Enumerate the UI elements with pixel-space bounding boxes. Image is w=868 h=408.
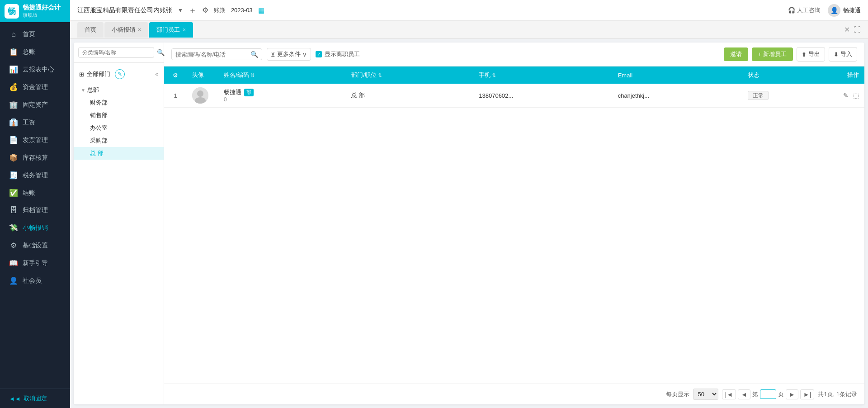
row-avatar-1 bbox=[187, 84, 218, 108]
app-logo-icon: 畅 bbox=[5, 4, 19, 19]
grid-icon: ⊞ bbox=[79, 71, 84, 78]
sidebar-item-salary[interactable]: 👔 工资 bbox=[0, 114, 70, 131]
sidebar-item-tax-label: 税务管理 bbox=[23, 171, 48, 180]
tab-expense[interactable]: 小畅报销 × bbox=[104, 22, 148, 38]
next-page-button[interactable]: ► bbox=[786, 389, 798, 399]
sidebar-item-report-label: 云报表中心 bbox=[23, 66, 54, 74]
sidebar-item-archive[interactable]: 🗄 归档管理 bbox=[0, 202, 70, 219]
pagination: 每页显示 50 100 200 |◄ ◄ 第 1 页 ► ►| 共1页, 1条记… bbox=[164, 384, 864, 404]
sidebar-item-invoice[interactable]: 📄 发票管理 bbox=[0, 131, 70, 149]
col-settings[interactable]: ⚙ bbox=[164, 66, 187, 84]
sidebar-item-tax[interactable]: 🧾 税务管理 bbox=[0, 166, 70, 184]
dept-child-office[interactable]: 办公室 bbox=[74, 122, 164, 134]
company-dropdown-icon[interactable]: ▼ bbox=[178, 7, 183, 14]
search-icon[interactable]: 🔍 bbox=[250, 51, 258, 58]
sidebar-item-closing[interactable]: ✅ 结账 bbox=[0, 184, 70, 202]
employee-panel: 🔍 ⊻ 更多条件 ∨ ✓ 显示离职员工 邀请 + 新增员工 ⬆ 导出 bbox=[164, 43, 864, 404]
last-page-button[interactable]: ►| bbox=[800, 389, 815, 399]
user-menu[interactable]: 👤 畅捷通 bbox=[828, 4, 861, 17]
toolbar-actions: 邀请 + 新增员工 ⬆ 导出 ⬇ 导入 bbox=[724, 47, 857, 62]
tab-expense-label: 小畅报销 bbox=[112, 26, 135, 34]
prev-page-button[interactable]: ◄ bbox=[738, 389, 750, 399]
filter-icon: ⊻ bbox=[271, 51, 275, 58]
expand-arrow-icon: ▼ bbox=[81, 88, 85, 93]
cancel-fixed-button[interactable]: ◄◄ 取消固定 bbox=[0, 389, 70, 408]
closing-icon: ✅ bbox=[9, 189, 18, 197]
dept-search-input[interactable] bbox=[78, 47, 154, 58]
dept-edit-icon[interactable]: ✎ bbox=[115, 69, 125, 79]
sidebar-item-fund-label: 资金管理 bbox=[23, 83, 48, 91]
logout-employee-icon[interactable]: ⬚ bbox=[853, 92, 859, 99]
sidebar-nav: ⌂ 首页 📋 总账 📊 云报表中心 💰 资金管理 🏢 固定资产 👔 工资 📄 发… bbox=[0, 22, 70, 389]
export-button[interactable]: ⬆ 导出 bbox=[797, 47, 825, 62]
sidebar-item-guide[interactable]: 📖 新手引导 bbox=[0, 254, 70, 272]
sidebar-item-fund-mgmt[interactable]: 💰 资金管理 bbox=[0, 78, 70, 96]
tab-expense-close[interactable]: × bbox=[138, 27, 141, 33]
inventory-icon: 📦 bbox=[9, 153, 18, 162]
col-phone[interactable]: 手机 bbox=[473, 66, 612, 84]
maximize-icon[interactable]: ⛶ bbox=[854, 26, 861, 34]
sidebar-item-settings[interactable]: ⚙ 基础设置 bbox=[0, 237, 70, 254]
sidebar-item-expense[interactable]: 💸 小畅报销 bbox=[0, 219, 70, 237]
per-page-select[interactable]: 50 100 200 bbox=[693, 389, 718, 400]
row-action-1: ✎ ⬚ bbox=[810, 84, 864, 108]
sidebar-item-home[interactable]: ⌂ 首页 bbox=[0, 26, 70, 43]
company-settings-icon[interactable]: ⚙ bbox=[202, 6, 208, 14]
dept-child-sales[interactable]: 销售部 bbox=[74, 109, 164, 122]
salary-icon: 👔 bbox=[9, 118, 18, 127]
import-button[interactable]: ⬇ 导入 bbox=[829, 47, 857, 62]
show-resigned-checkbox[interactable]: ✓ 显示离职员工 bbox=[316, 50, 360, 58]
row-name-1: 畅捷通 部 0 bbox=[218, 84, 346, 108]
sidebar: 畅 畅捷通好会计 旗舰版 ⌂ 首页 📋 总账 📊 云报表中心 💰 资金管理 🏢 … bbox=[0, 0, 70, 408]
dept-collapse-icon[interactable]: « bbox=[155, 71, 158, 77]
sidebar-item-social-label: 社会员 bbox=[23, 277, 42, 285]
add-employee-button[interactable]: + 新增员工 bbox=[752, 47, 793, 61]
service-button[interactable]: 🎧 人工咨询 bbox=[788, 6, 821, 14]
export-icon: ⬆ bbox=[802, 51, 807, 58]
tab-department-close[interactable]: × bbox=[183, 27, 186, 33]
col-action: 操作 bbox=[810, 66, 864, 84]
table-row: 1 bbox=[164, 84, 864, 108]
more-filter-button[interactable]: ⊻ 更多条件 ∨ bbox=[267, 48, 311, 61]
period-label: 账期 bbox=[214, 6, 226, 14]
first-page-button[interactable]: |◄ bbox=[722, 389, 736, 399]
close-window-icon[interactable]: ✕ bbox=[844, 25, 850, 34]
dept-all-button[interactable]: ⊞ 全部部门 ✎ « bbox=[74, 66, 164, 82]
invoice-icon: 📄 bbox=[9, 136, 18, 144]
home-icon: ⌂ bbox=[9, 30, 18, 38]
add-company-icon[interactable]: ＋ bbox=[189, 5, 197, 16]
dept-child-general[interactable]: 总 部 bbox=[74, 147, 164, 160]
col-email: Email bbox=[613, 66, 742, 84]
tab-home[interactable]: 首页 bbox=[77, 22, 104, 38]
sidebar-item-social[interactable]: 👤 社会员 bbox=[0, 272, 70, 289]
sidebar-item-report-center[interactable]: 📊 云报表中心 bbox=[0, 61, 70, 78]
search-box: 🔍 bbox=[171, 48, 262, 60]
assets-icon: 🏢 bbox=[9, 100, 18, 109]
calendar-icon[interactable]: ▦ bbox=[258, 6, 264, 14]
svg-point-1 bbox=[197, 90, 203, 97]
tab-department[interactable]: 部门员工 × bbox=[149, 22, 193, 38]
col-dept[interactable]: 部门/职位 bbox=[346, 66, 473, 84]
dept-search-icon[interactable]: 🔍 bbox=[157, 49, 165, 56]
invite-button[interactable]: 邀请 bbox=[724, 47, 748, 61]
emp-data-table: ⚙ 头像 姓名/编码 部门/职位 手机 Email 状态 操作 1 bbox=[164, 66, 864, 108]
department-panel: 🔍 ⊞ 全部部门 ✎ « ▼ 总部 财务部 bbox=[74, 43, 164, 404]
sidebar-item-general-ledger[interactable]: 📋 总账 bbox=[0, 43, 70, 61]
emp-search-input[interactable] bbox=[175, 51, 248, 58]
col-name[interactable]: 姓名/编码 bbox=[218, 66, 346, 84]
sidebar-item-fixed-assets[interactable]: 🏢 固定资产 bbox=[0, 96, 70, 114]
current-page-input[interactable]: 1 bbox=[760, 389, 776, 399]
dept-group-hq: ▼ 总部 财务部 销售部 办公室 采购部 bbox=[74, 82, 164, 161]
sidebar-logo[interactable]: 畅 畅捷通好会计 旗舰版 bbox=[0, 0, 70, 22]
page-prefix: 第 bbox=[752, 390, 758, 399]
col-status: 状态 bbox=[742, 66, 810, 84]
dept-child-purchase[interactable]: 采购部 bbox=[74, 134, 164, 147]
ledger-icon: 📋 bbox=[9, 47, 18, 56]
row-status-1: 正常 bbox=[742, 84, 810, 108]
dept-parent-hq[interactable]: ▼ 总部 bbox=[74, 84, 164, 96]
dept-search-area: 🔍 bbox=[74, 43, 164, 63]
dept-child-finance[interactable]: 财务部 bbox=[74, 96, 164, 109]
edit-employee-icon[interactable]: ✎ bbox=[843, 92, 849, 99]
col-avatar: 头像 bbox=[187, 66, 218, 84]
sidebar-item-inventory[interactable]: 📦 库存核算 bbox=[0, 149, 70, 166]
